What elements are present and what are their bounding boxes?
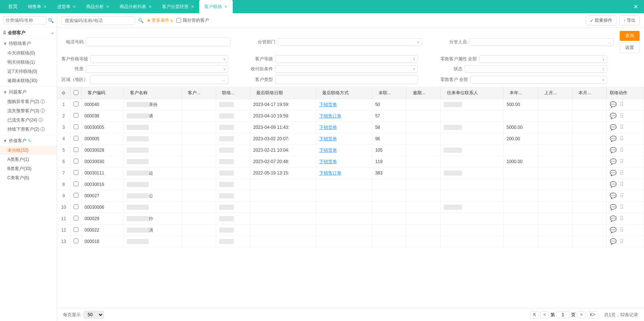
grid-action-icon[interactable]: ⠿ [620, 124, 624, 131]
first-page-button[interactable]: K [530, 311, 539, 318]
sidebar-item-class-c[interactable]: C类客户(6) [0, 173, 57, 183]
per-page-select[interactable]: 50 100 [84, 311, 104, 319]
close-icon[interactable]: ✕ [106, 4, 109, 9]
sidebar-item-tomorrow-contact[interactable]: 明天待联络(1) [0, 58, 57, 67]
chat-icon[interactable]: 💬 [610, 193, 617, 199]
sidebar-item-declining[interactable]: 持续下滑客户(2) ⓘ [0, 125, 57, 134]
grid-action-icon[interactable]: ⠿ [620, 181, 624, 188]
sidebar-search-icon[interactable]: 🔍 [48, 18, 54, 23]
batch-ops-button[interactable]: ✓ 批量操作 [586, 15, 616, 25]
row-checkbox-cell[interactable] [70, 99, 81, 110]
reset-button[interactable]: 设置 [620, 42, 640, 53]
sidebar-item-week-contact[interactable]: 近7天待联络(0) [0, 67, 57, 76]
grid-action-icon[interactable]: ⠿ [620, 227, 624, 233]
nav-tab-analysis-list[interactable]: 商品分析列表 ✕ [115, 0, 157, 13]
row-checkbox-cell[interactable] [70, 202, 81, 213]
row-actions[interactable]: 💬 ⠿ [606, 122, 644, 133]
filter-more-conditions[interactable]: ▼ 更多条件 ∧ [147, 17, 173, 24]
row-checkbox[interactable] [74, 170, 78, 175]
close-icon[interactable]: ✕ [224, 4, 228, 9]
row-checkbox[interactable] [74, 159, 78, 163]
settings-icon[interactable]: ⚙ [61, 91, 66, 96]
row-actions[interactable]: 💬 ⠿ [606, 236, 644, 247]
more-icon[interactable]: ... [608, 40, 611, 44]
nav-tab-analysis[interactable]: 商品分析 ✕ [81, 0, 115, 13]
grid-action-icon[interactable]: ⠿ [620, 238, 624, 245]
sidebar-item-overdue-contact[interactable]: 逾期未联络(30) [0, 76, 57, 85]
prev-page-button[interactable]: < [541, 311, 549, 318]
chat-icon[interactable]: 💬 [610, 113, 617, 119]
row-checkbox-cell[interactable] [70, 213, 81, 225]
row-actions[interactable]: 💬 ⠿ [606, 202, 644, 213]
row-actions[interactable]: 💬 ⠿ [606, 225, 644, 236]
row-checkbox-cell[interactable] [70, 190, 81, 202]
query-button[interactable]: 查询 [620, 31, 640, 41]
filter-nature-select[interactable]: ∨ [86, 65, 228, 73]
method-link[interactable]: 下销售订单 [319, 170, 341, 176]
chat-icon[interactable]: 💬 [610, 158, 617, 165]
grid-action-icon[interactable]: ⠿ [620, 101, 624, 108]
more-icon[interactable]: ... [222, 77, 226, 82]
chat-icon[interactable]: 💬 [610, 204, 617, 211]
sidebar-item-abnormal[interactable]: 囤购异常客户(2) ⓘ [0, 97, 57, 106]
row-checkbox[interactable] [74, 113, 78, 118]
nav-tab-customer-contact[interactable]: 客户联络 ✕ [199, 0, 233, 13]
row-actions[interactable]: 💬 ⠿ [606, 190, 644, 202]
filter-status-select[interactable]: ∨ [465, 65, 607, 73]
row-actions[interactable]: 💬 ⠿ [606, 99, 644, 110]
nav-home[interactable]: 首页 [3, 0, 23, 13]
grid-action-icon[interactable]: ⠿ [620, 158, 624, 165]
sidebar-search-input[interactable] [3, 16, 46, 24]
row-checkbox-cell[interactable] [70, 110, 81, 122]
my-customers-checkbox[interactable] [176, 18, 181, 23]
sidebar-group-pending-contact[interactable]: ▼ 待联络客户 [0, 39, 57, 49]
row-actions[interactable]: 💬 ⠿ [606, 133, 644, 145]
row-checkbox-cell[interactable] [70, 236, 81, 247]
grid-action-icon[interactable]: ⠿ [620, 215, 624, 222]
row-checkbox[interactable] [74, 204, 78, 209]
sidebar-item-today-contact[interactable]: 今天待联络(0) [0, 49, 57, 58]
row-checkbox-cell[interactable] [70, 225, 81, 236]
filter-cust-type-input[interactable] [275, 75, 418, 84]
window-close-button[interactable]: ✕ [630, 3, 641, 10]
chat-icon[interactable]: 💬 [610, 238, 617, 245]
sidebar-item-churned[interactable]: 已流失客户(24) ⓘ [0, 116, 57, 125]
row-checkbox[interactable] [74, 216, 78, 221]
my-customers-filter[interactable]: 我分管的客户 [176, 17, 209, 24]
row-actions[interactable]: 💬 ⠿ [606, 110, 644, 122]
grid-action-icon[interactable]: ⠿ [620, 113, 624, 119]
select-all-checkbox[interactable] [74, 90, 78, 95]
sidebar-all-customers[interactable]: ⠿ 全部客户 « [0, 28, 57, 39]
row-checkbox[interactable] [74, 147, 78, 152]
nav-tab-sales[interactable]: 销售单 ✕ [23, 0, 52, 13]
chat-icon[interactable]: 💬 [610, 170, 617, 176]
row-actions[interactable]: 💬 ⠿ [606, 156, 644, 167]
filter-phone-input[interactable] [86, 38, 230, 46]
filter-retail-attr-select[interactable]: ∨ [479, 55, 607, 63]
collapse-icon[interactable]: « [51, 31, 54, 36]
grid-action-icon[interactable]: ⠿ [620, 193, 624, 199]
sidebar-item-unclassified[interactable]: 未分组(32) [0, 146, 57, 155]
filter-payment-select[interactable]: ∨ [275, 65, 418, 73]
close-icon[interactable]: ✕ [73, 4, 76, 9]
row-checkbox-cell[interactable] [70, 167, 81, 179]
row-actions[interactable]: 💬 ⠿ [606, 179, 644, 190]
chat-icon[interactable]: 💬 [610, 135, 617, 142]
filter-region-select[interactable]: ... [90, 75, 228, 84]
chat-icon[interactable]: 💬 [610, 181, 617, 188]
refresh-icon[interactable]: ↻ [28, 138, 31, 143]
chat-icon[interactable]: 💬 [610, 124, 617, 131]
grid-action-icon[interactable]: ⠿ [620, 170, 624, 176]
close-icon[interactable]: ✕ [43, 4, 47, 9]
grid-action-icon[interactable]: ⠿ [620, 147, 624, 154]
close-icon[interactable]: ✕ [191, 4, 194, 9]
filter-search-icon[interactable]: 🔍 [138, 18, 144, 23]
page-number-input[interactable] [556, 311, 570, 318]
nav-tab-customer-layer[interactable]: 客户分层经营 ✕ [157, 0, 199, 13]
row-checkbox-cell[interactable] [70, 122, 81, 133]
column-checkbox-all[interactable] [70, 87, 81, 99]
row-actions[interactable]: 💬 ⠿ [606, 145, 644, 156]
method-link[interactable]: 下销货单 [319, 159, 337, 164]
row-checkbox[interactable] [74, 124, 78, 129]
last-page-button[interactable]: K> [587, 311, 598, 318]
